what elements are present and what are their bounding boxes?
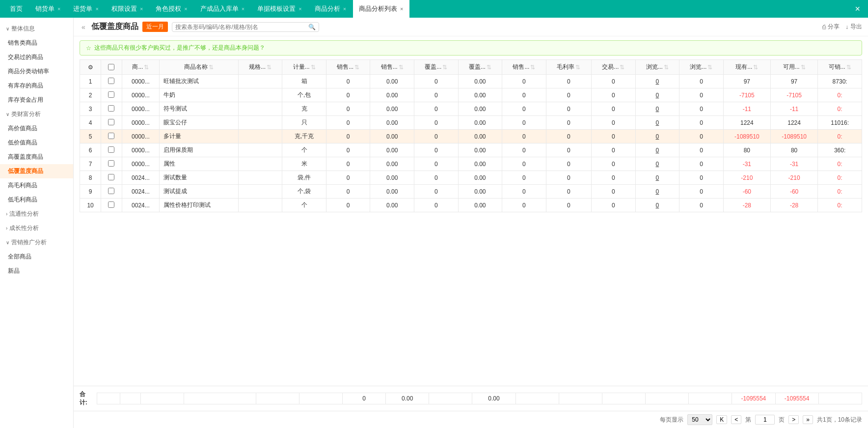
sidebar-item-low-value[interactable]: 低价值商品 xyxy=(0,136,73,150)
row-browse1[interactable]: 0 xyxy=(635,88,679,102)
sidebar-item-stock-goods[interactable]: 有库存的商品 xyxy=(0,79,73,93)
row-checkbox[interactable] xyxy=(101,130,122,143)
sidebar-item-high-coverage[interactable]: 高覆盖度商品 xyxy=(0,150,73,164)
col-coverage2[interactable]: 覆盖... ⇅ xyxy=(458,60,502,75)
close-icon[interactable]: × xyxy=(95,6,98,12)
share-button[interactable]: ⎙ 分享 xyxy=(822,23,840,31)
nav-tab-template[interactable]: 单据模板设置 × xyxy=(251,0,307,18)
row-browse1[interactable]: 0 xyxy=(635,75,679,88)
row-name: 测试提成 xyxy=(160,185,239,199)
row-num: 2 xyxy=(80,88,101,102)
sidebar-group-growth[interactable]: › 成长性分析 xyxy=(0,221,73,235)
col-trade[interactable]: 交易... ⇅ xyxy=(592,60,636,75)
sidebar-item-category-rate[interactable]: 商品分类动销率 xyxy=(0,64,73,79)
col-sales-qty[interactable]: 销售... ⇅ xyxy=(326,60,370,75)
row-gross-rate: 0 xyxy=(546,75,591,88)
row-browse2: 0 xyxy=(679,171,724,185)
last-page-button[interactable]: » xyxy=(803,415,813,424)
col-available[interactable]: 可用... ⇅ xyxy=(771,60,818,75)
close-icon[interactable]: × xyxy=(400,6,403,12)
close-icon[interactable]: × xyxy=(343,6,346,12)
row-code: 0000... xyxy=(122,143,159,157)
col-unit[interactable]: 计量... ⇅ xyxy=(282,60,326,75)
row-browse1[interactable]: 0 xyxy=(635,185,679,199)
search-icon[interactable]: 🔍 xyxy=(308,24,316,30)
export-button[interactable]: ↓ 导出 xyxy=(845,23,862,31)
col-coverage1[interactable]: 覆盖... ⇅ xyxy=(414,60,458,75)
close-icon[interactable]: × xyxy=(298,6,301,12)
row-checkbox[interactable] xyxy=(101,88,122,102)
row-browse1[interactable]: 0 xyxy=(635,157,679,171)
sidebar-item-new-goods[interactable]: 新品 xyxy=(0,264,73,278)
row-checkbox[interactable] xyxy=(101,116,122,130)
sidebar-item-stock-fund[interactable]: 库存资金占用 xyxy=(0,93,73,107)
col-spec[interactable]: 规格... ⇅ xyxy=(238,60,282,75)
col-gross-rate[interactable]: 毛利率 ⇅ xyxy=(546,60,591,75)
sidebar-item-traded-goods[interactable]: 交易过的商品 xyxy=(0,50,73,64)
pagination-bar: 每页显示 50 20 100 K < 第 页 > » 共1页，10条记录 xyxy=(74,411,868,428)
row-browse1[interactable]: 0 xyxy=(635,102,679,116)
sidebar-item-all-goods[interactable]: 全部商品 xyxy=(0,250,73,264)
col-sellable[interactable]: 可销... ⇅ xyxy=(818,60,862,75)
nav-tab-analysis-list[interactable]: 商品分析列表 × xyxy=(353,0,409,18)
close-icon[interactable]: × xyxy=(57,6,60,12)
close-icon[interactable]: × xyxy=(140,6,143,12)
sidebar-group-wealth[interactable]: ∨ 类财富分析 xyxy=(0,107,73,121)
col-sales-days[interactable]: 销售... ⇅ xyxy=(502,60,546,75)
col-current[interactable]: 现有... ⇅ xyxy=(723,60,770,75)
row-browse1[interactable]: 0 xyxy=(635,130,679,143)
col-settings[interactable]: ⚙ xyxy=(80,60,101,75)
prev-page-button[interactable]: < xyxy=(731,415,741,424)
row-checkbox[interactable] xyxy=(101,199,122,212)
col-sales-amt[interactable]: 销售... ⇅ xyxy=(370,60,414,75)
row-sellable: 0: xyxy=(818,171,862,185)
nav-tab-sales[interactable]: 销货单 × xyxy=(29,0,66,18)
sidebar-item-low-margin[interactable]: 低毛利商品 xyxy=(0,193,73,207)
row-spec xyxy=(238,75,282,88)
sidebar-group-marketing[interactable]: ∨ 营销推广分析 xyxy=(0,235,73,250)
nav-tab-roles[interactable]: 角色授权 × xyxy=(150,0,193,18)
current-page-input[interactable] xyxy=(755,415,775,425)
select-all-checkbox[interactable] xyxy=(108,64,114,70)
col-code[interactable]: 商... ⇅ xyxy=(122,60,159,75)
sidebar-collapse-button[interactable]: « xyxy=(80,22,87,32)
sidebar-group-overall[interactable]: ∨ 整体信息 xyxy=(0,22,73,36)
sidebar-item-high-value[interactable]: 高价值商品 xyxy=(0,121,73,136)
row-checkbox[interactable] xyxy=(101,102,122,116)
row-browse2: 0 xyxy=(679,157,724,171)
col-name[interactable]: 商品名称 ⇅ xyxy=(160,60,239,75)
sidebar-item-high-margin[interactable]: 高毛利商品 xyxy=(0,178,73,193)
row-browse1[interactable]: 0 xyxy=(635,171,679,185)
sidebar-item-sales-goods[interactable]: 销售类商品 xyxy=(0,36,73,50)
col-checkbox[interactable] xyxy=(101,60,122,75)
sidebar-item-low-coverage[interactable]: 低覆盖度商品 xyxy=(0,164,73,178)
row-checkbox[interactable] xyxy=(101,75,122,88)
row-current: 97 xyxy=(723,75,770,88)
col-browse1[interactable]: 浏览... ⇅ xyxy=(635,60,679,75)
export-icon: ↓ xyxy=(845,24,848,30)
date-filter-button[interactable]: 近一月 xyxy=(142,22,168,32)
window-close-button[interactable]: × xyxy=(851,4,864,14)
row-checkbox[interactable] xyxy=(101,185,122,199)
close-icon[interactable]: × xyxy=(242,6,244,12)
row-browse1[interactable]: 0 xyxy=(635,116,679,130)
next-page-button[interactable]: > xyxy=(788,415,799,424)
row-checkbox[interactable] xyxy=(101,157,122,171)
nav-tab-permissions[interactable]: 权限设置 × xyxy=(106,0,149,18)
sidebar-group-liquidity[interactable]: › 流通性分析 xyxy=(0,207,73,221)
col-browse2[interactable]: 浏览... ⇅ xyxy=(679,60,724,75)
table-row: 3 0000... 符号测试 克 0 0.00 0 0.00 0 0 0 0 0… xyxy=(80,102,862,116)
row-checkbox[interactable] xyxy=(101,171,122,185)
row-checkbox[interactable] xyxy=(101,143,122,157)
first-page-button[interactable]: K xyxy=(716,415,727,424)
nav-tab-purchase[interactable]: 进货单 × xyxy=(67,0,104,18)
row-browse1[interactable]: 0 xyxy=(635,143,679,157)
per-page-select[interactable]: 50 20 100 xyxy=(687,414,712,425)
row-browse1[interactable]: 0 xyxy=(635,199,679,212)
nav-tab-home[interactable]: 首页 xyxy=(4,0,28,18)
nav-tab-analysis[interactable]: 商品分析 × xyxy=(309,0,352,18)
row-sellable: 0: xyxy=(818,102,862,116)
search-input[interactable] xyxy=(175,24,306,30)
close-icon[interactable]: × xyxy=(184,6,187,12)
nav-tab-products[interactable]: 产成品入库单 × xyxy=(194,0,250,18)
